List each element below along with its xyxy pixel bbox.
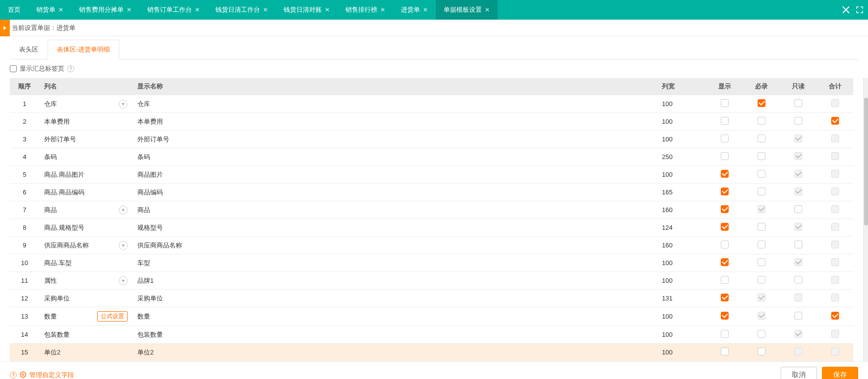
table-row[interactable]: 7商品+商品160: [10, 201, 853, 219]
checkbox-readonly[interactable]: [794, 117, 802, 125]
cell-display-name[interactable]: 车型: [132, 254, 657, 272]
checkbox-show[interactable]: [721, 276, 729, 284]
top-tab-3[interactable]: 销售订单工作台✕: [139, 0, 208, 20]
cell-display-name[interactable]: 供应商商品名称: [132, 237, 657, 254]
checkbox-required[interactable]: [758, 170, 765, 178]
table-row[interactable]: 10商品.车型车型100: [10, 254, 853, 272]
cell-display-name[interactable]: 单位2: [132, 344, 657, 361]
cell-display-name[interactable]: 条码: [132, 148, 657, 166]
cell-display-name[interactable]: 商品编码: [132, 184, 657, 201]
cell-width[interactable]: 250: [657, 148, 706, 166]
checkbox-show[interactable]: [721, 152, 729, 160]
checkbox-required[interactable]: [758, 258, 765, 266]
add-icon[interactable]: +: [119, 206, 128, 215]
help-icon[interactable]: ?: [67, 65, 74, 72]
cancel-button[interactable]: 取消: [781, 367, 817, 379]
checkbox-show[interactable]: [721, 258, 729, 266]
top-tab-7[interactable]: 进货单✕: [393, 0, 436, 20]
table-row[interactable]: 5商品.商品图片商品图片100: [10, 166, 853, 184]
cell-width[interactable]: 165: [657, 184, 706, 201]
cell-display-name[interactable]: 仓库: [132, 95, 657, 113]
tab-close-icon[interactable]: ✕: [380, 6, 385, 13]
checkbox-show[interactable]: [721, 312, 729, 320]
cell-display-name[interactable]: 商品图片: [132, 166, 657, 184]
add-icon[interactable]: +: [119, 100, 128, 108]
sub-tab-1[interactable]: 表体区-进货单明细: [48, 40, 119, 59]
show-summary-checkbox[interactable]: [10, 65, 17, 72]
table-row[interactable]: 2本单费用本单费用100: [10, 113, 853, 131]
checkbox-required[interactable]: [758, 99, 765, 107]
close-all-tabs-icon[interactable]: [842, 6, 849, 13]
cell-width[interactable]: 100: [657, 113, 706, 131]
checkbox-show[interactable]: [721, 223, 729, 231]
tab-close-icon[interactable]: ✕: [263, 6, 268, 13]
cell-width[interactable]: 124: [657, 219, 706, 237]
fullscreen-icon[interactable]: [856, 6, 863, 13]
checkbox-show[interactable]: [721, 205, 729, 213]
top-tab-1[interactable]: 销货单✕: [28, 0, 71, 20]
checkbox-required[interactable]: [758, 223, 765, 231]
cell-width[interactable]: 100: [657, 272, 706, 290]
table-row[interactable]: 14包装数量包装数量100: [10, 326, 853, 344]
checkbox-readonly[interactable]: [794, 205, 802, 213]
top-tab-0[interactable]: 首页: [0, 0, 28, 20]
tab-close-icon[interactable]: ✕: [485, 6, 490, 13]
table-row[interactable]: 6商品.商品编码商品编码165: [10, 184, 853, 201]
table-row[interactable]: 9供应商商品名称+供应商商品名称160: [10, 237, 853, 254]
add-icon[interactable]: +: [119, 241, 128, 250]
table-row[interactable]: 12采购单位采购单位131: [10, 290, 853, 307]
cell-width[interactable]: 100: [657, 95, 706, 113]
checkbox-readonly[interactable]: [794, 99, 802, 107]
checkbox-required[interactable]: [758, 276, 765, 284]
checkbox-required[interactable]: [758, 152, 765, 160]
top-tab-4[interactable]: 钱货日清工作台✕: [208, 0, 276, 20]
checkbox-show[interactable]: [721, 330, 729, 338]
checkbox-readonly[interactable]: [794, 312, 802, 320]
top-tab-8[interactable]: 单据模板设置✕: [436, 0, 498, 20]
checkbox-required[interactable]: [758, 135, 765, 142]
checkbox-show[interactable]: [721, 188, 729, 195]
checkbox-required[interactable]: [758, 117, 765, 125]
cell-width[interactable]: 100: [657, 131, 706, 148]
checkbox-show[interactable]: [721, 294, 729, 301]
expand-sidebar-icon[interactable]: [0, 20, 10, 36]
checkbox-readonly[interactable]: [794, 241, 802, 248]
checkbox-show[interactable]: [721, 99, 729, 107]
add-icon[interactable]: +: [119, 276, 128, 285]
cell-width[interactable]: 100: [657, 166, 706, 184]
cell-display-name[interactable]: 包装数量: [132, 326, 657, 344]
formula-settings-chip[interactable]: 公式设置: [97, 311, 128, 322]
table-row[interactable]: 11属性+品牌1100: [10, 272, 853, 290]
cell-display-name[interactable]: 规格型号: [132, 219, 657, 237]
manage-custom-fields-link[interactable]: 管理自定义字段: [29, 371, 74, 379]
checkbox-required[interactable]: [758, 330, 765, 338]
tab-close-icon[interactable]: ✕: [423, 6, 428, 13]
checkbox-required[interactable]: [758, 188, 765, 195]
tab-close-icon[interactable]: ✕: [195, 6, 200, 13]
checkbox-show[interactable]: [721, 241, 729, 248]
tab-close-icon[interactable]: ✕: [58, 6, 63, 13]
cell-display-name[interactable]: 采购单位: [132, 290, 657, 307]
checkbox-show[interactable]: [721, 348, 729, 355]
checkbox-show[interactable]: [721, 135, 729, 142]
cell-display-name[interactable]: 外部订单号: [132, 131, 657, 148]
cell-width[interactable]: 100: [657, 344, 706, 361]
vertical-scrollbar[interactable]: [863, 78, 868, 361]
cell-width[interactable]: 100: [657, 307, 706, 326]
cell-display-name[interactable]: 商品: [132, 201, 657, 219]
cell-width[interactable]: 160: [657, 237, 706, 254]
top-tab-2[interactable]: 销售费用分摊单✕: [71, 0, 139, 20]
scrollbar-thumb[interactable]: [864, 98, 868, 225]
checkbox-total[interactable]: [831, 312, 839, 320]
cell-width[interactable]: 100: [657, 326, 706, 344]
checkbox-total[interactable]: [831, 117, 839, 125]
cell-width[interactable]: 131: [657, 290, 706, 307]
table-row[interactable]: 13数量公式设置数量100: [10, 307, 853, 326]
tab-close-icon[interactable]: ✕: [127, 6, 132, 13]
checkbox-readonly[interactable]: [794, 276, 802, 284]
checkbox-required[interactable]: [758, 241, 765, 248]
table-row[interactable]: 15单位2单位2100: [10, 344, 853, 361]
checkbox-show[interactable]: [721, 170, 729, 178]
table-row[interactable]: 4条码条码250: [10, 148, 853, 166]
checkbox-show[interactable]: [721, 117, 729, 125]
